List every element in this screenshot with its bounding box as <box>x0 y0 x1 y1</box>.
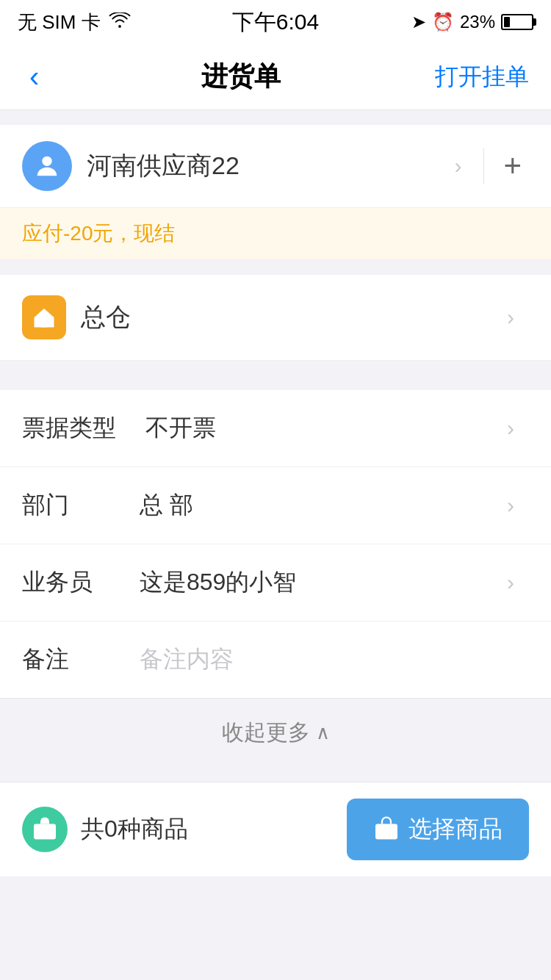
battery-icon <box>501 14 533 30</box>
supplier-row[interactable]: 河南供应商22 › + <box>0 125 551 208</box>
remark-row[interactable]: 备注 备注内容 <box>0 621 551 698</box>
collapse-row[interactable]: 收起更多 ∧ <box>0 698 551 767</box>
wifi-icon <box>108 11 132 34</box>
status-right: ➤ ⏰ 23% <box>411 12 533 32</box>
page-rest <box>0 876 551 980</box>
department-row[interactable]: 部门 总 部 › <box>0 467 551 544</box>
warehouse-row[interactable]: 总仓 › <box>0 275 551 361</box>
salesperson-value: 这是859的小智 <box>140 566 507 599</box>
page-title: 进货单 <box>201 59 281 95</box>
warehouse-chevron-icon: › <box>507 305 514 330</box>
invoice-type-row[interactable]: 票据类型 不开票 › <box>0 390 551 467</box>
bottom-bar: 共0种商品 选择商品 <box>0 782 551 876</box>
warehouse-icon <box>22 295 66 339</box>
status-time: 下午6:04 <box>232 7 319 37</box>
invoice-type-chevron-icon: › <box>507 416 514 441</box>
select-product-button[interactable]: 选择商品 <box>347 799 529 860</box>
product-icon <box>22 807 68 852</box>
vertical-divider <box>483 148 484 184</box>
collapse-icon: ∧ <box>316 721 330 744</box>
nav-bar: ‹ 进货单 打开挂单 <box>0 44 551 110</box>
svg-rect-1 <box>41 321 48 328</box>
supplier-avatar <box>22 141 72 191</box>
add-button[interactable]: + <box>496 148 529 184</box>
status-left: 无 SIM 卡 <box>18 10 132 35</box>
invoice-type-value: 不开票 <box>145 412 507 444</box>
open-pending-button[interactable]: 打开挂单 <box>435 61 529 93</box>
alarm-icon: ⏰ <box>432 12 454 32</box>
supplier-name: 河南供应商22 <box>87 149 454 183</box>
notice-text: 应付-20元，现结 <box>22 222 175 245</box>
section-gap-1 <box>0 110 551 125</box>
svg-point-0 <box>42 156 51 166</box>
department-label: 部门 <box>22 489 110 522</box>
supplier-section: 河南供应商22 › + 应付-20元，现结 <box>0 125 551 260</box>
product-count: 共0种商品 <box>81 813 347 846</box>
supplier-chevron-icon: › <box>454 154 461 179</box>
location-icon: ➤ <box>411 12 426 32</box>
remark-input[interactable]: 备注内容 <box>140 644 529 676</box>
remark-label: 备注 <box>22 644 110 676</box>
notice-row: 应付-20元，现结 <box>0 208 551 260</box>
carrier-label: 无 SIM 卡 <box>18 10 101 35</box>
salesperson-chevron-icon: › <box>507 570 514 595</box>
invoice-type-label: 票据类型 <box>22 412 116 444</box>
svg-rect-2 <box>34 824 56 840</box>
section-gap-3 <box>0 361 551 375</box>
warehouse-section: 总仓 › <box>0 275 551 361</box>
department-chevron-icon: › <box>507 493 514 518</box>
collapse-label: 收起更多 <box>222 718 310 748</box>
warehouse-label: 总仓 <box>81 300 507 334</box>
battery-percent: 23% <box>460 12 495 32</box>
back-button[interactable]: ‹ <box>22 53 46 101</box>
select-product-label: 选择商品 <box>408 813 503 846</box>
status-bar: 无 SIM 卡 下午6:04 ➤ ⏰ 23% <box>0 0 551 44</box>
form-section: 票据类型 不开票 › 部门 总 部 › 业务员 这是859的小智 › 备注 备注… <box>0 390 551 698</box>
department-value: 总 部 <box>140 489 507 522</box>
salesperson-label: 业务员 <box>22 566 110 599</box>
salesperson-row[interactable]: 业务员 这是859的小智 › <box>0 544 551 621</box>
section-gap-2 <box>0 260 551 275</box>
